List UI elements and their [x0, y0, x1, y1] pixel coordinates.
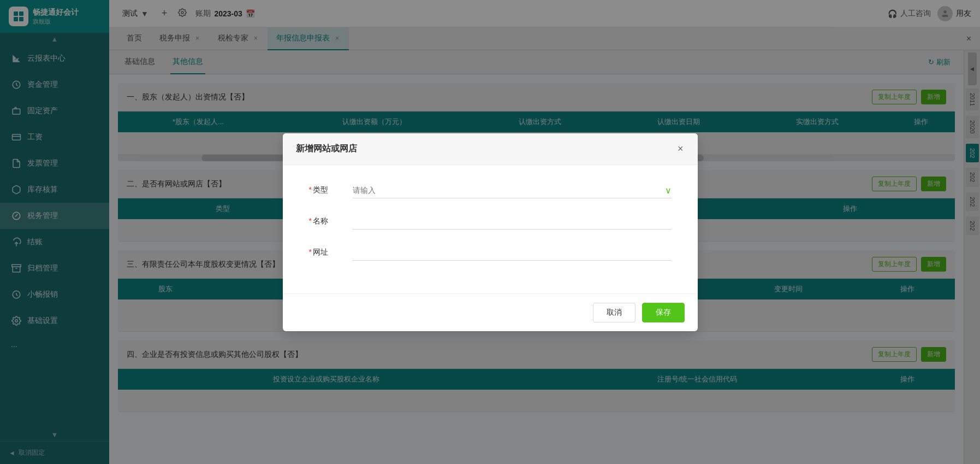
- modal-title: 新增网站或网店: [296, 143, 357, 155]
- required-asterisk: *: [309, 185, 312, 194]
- url-control: [353, 245, 672, 261]
- modal-footer: 取消 保存: [283, 293, 698, 331]
- form-row-type: *类型 ∨: [309, 183, 672, 198]
- add-website-modal: 新增网站或网店 × *类型 ∨ *名称: [283, 133, 698, 331]
- modal-close-button[interactable]: ×: [676, 142, 685, 156]
- name-label: *名称: [309, 216, 353, 226]
- required-asterisk: *: [309, 216, 312, 225]
- save-button[interactable]: 保存: [642, 303, 685, 322]
- url-input[interactable]: [353, 245, 672, 261]
- modal-overlay[interactable]: 新增网站或网店 × *类型 ∨ *名称: [0, 0, 980, 464]
- form-row-name: *名称: [309, 214, 672, 230]
- type-label: *类型: [309, 185, 353, 195]
- form-row-url: *网址: [309, 245, 672, 261]
- type-control: ∨: [353, 183, 672, 198]
- modal-header: 新增网站或网店 ×: [283, 133, 698, 165]
- name-control: [353, 214, 672, 230]
- type-select-input[interactable]: [353, 183, 672, 198]
- name-input[interactable]: [353, 214, 672, 230]
- type-select-wrapper: ∨: [353, 183, 672, 198]
- required-asterisk: *: [309, 248, 312, 256]
- modal-body: *类型 ∨ *名称: [283, 165, 698, 293]
- url-label: *网址: [309, 248, 353, 257]
- cancel-button[interactable]: 取消: [593, 303, 635, 322]
